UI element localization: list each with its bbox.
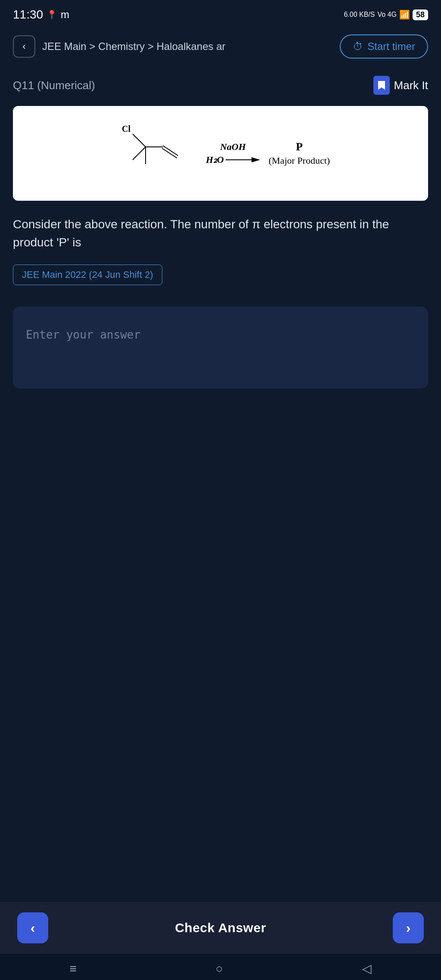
bottom-bar: ‹ Check Answer › — [0, 902, 441, 954]
back-arrow-icon: ‹ — [22, 41, 25, 52]
status-bar: 11:30 📍 m 6.00 KB/S Vo 4G 📶 58 — [0, 0, 441, 26]
back-nav-icon[interactable]: ◁ — [362, 961, 372, 976]
prev-arrow-icon: ‹ — [31, 920, 35, 936]
nav-left: ‹ JEE Main > Chemistry > Haloalkanes ar — [13, 35, 226, 58]
check-answer-button[interactable]: Check Answer — [175, 921, 266, 935]
question-text: Consider the above reaction. The number … — [0, 211, 441, 260]
network-type: Vo 4G — [377, 11, 396, 19]
question-header: Q11 (Numerical) Mark It — [0, 67, 441, 102]
molecule-structure: Cl NaOH H₂O — [111, 119, 330, 188]
time-display: 11:30 — [13, 8, 43, 22]
svg-line-2 — [133, 147, 146, 160]
svg-line-1 — [133, 134, 146, 147]
breadcrumb: JEE Main > Chemistry > Haloalkanes ar — [42, 40, 226, 53]
timer-icon: ⏱ — [353, 40, 363, 53]
battery-indicator: 58 — [413, 9, 428, 20]
reagent-1: NaOH — [220, 141, 246, 152]
next-question-button[interactable]: › — [393, 912, 424, 943]
chemistry-diagram: Cl NaOH H₂O — [13, 106, 428, 201]
location-icon: 📍 — [47, 9, 57, 20]
svg-text:Cl: Cl — [122, 124, 130, 134]
mark-it-label: Mark It — [394, 79, 428, 92]
network-speed: 6.00 KB/S — [344, 11, 375, 19]
answer-container — [13, 307, 428, 390]
home-nav-icon[interactable]: ○ — [216, 962, 223, 976]
product-label: P — [296, 140, 303, 153]
signal-icon: 📶 — [399, 9, 410, 20]
reactant-svg: Cl — [111, 119, 197, 188]
mark-it-button[interactable]: Mark It — [373, 76, 428, 95]
reagent-2: H₂O — [206, 154, 224, 165]
answer-input[interactable] — [13, 307, 428, 389]
check-answer-label: Check Answer — [175, 921, 266, 935]
arrow-svg — [226, 155, 260, 165]
svg-marker-8 — [252, 157, 260, 162]
status-icons-group: 6.00 KB/S Vo 4G 📶 58 — [344, 9, 428, 20]
status-m-indicator: m — [61, 9, 69, 21]
back-button[interactable]: ‹ — [13, 35, 35, 58]
reaction-arrow-section: NaOH H₂O — [206, 141, 260, 165]
major-product-label: (Major Product) — [269, 155, 330, 166]
menu-nav-icon[interactable]: ≡ — [69, 962, 76, 976]
system-nav: ≡ ○ ◁ — [0, 954, 441, 980]
start-timer-button[interactable]: ⏱ Start timer — [340, 34, 428, 59]
next-arrow-icon: › — [406, 920, 411, 936]
bookmark-icon — [373, 76, 390, 95]
start-timer-label: Start timer — [367, 40, 415, 53]
question-label: Q11 (Numerical) — [13, 79, 95, 92]
question-body: Consider the above reaction. The number … — [13, 218, 389, 249]
exam-tag-container: JEE Main 2022 (24 Jun Shift 2) — [0, 260, 441, 298]
prev-question-button[interactable]: ‹ — [17, 912, 48, 943]
exam-tag: JEE Main 2022 (24 Jun Shift 2) — [13, 264, 162, 285]
nav-bar: ‹ JEE Main > Chemistry > Haloalkanes ar … — [0, 26, 441, 67]
status-time: 11:30 📍 m — [13, 8, 69, 22]
product-section: P (Major Product) — [269, 140, 330, 166]
content-spacer — [0, 403, 441, 902]
